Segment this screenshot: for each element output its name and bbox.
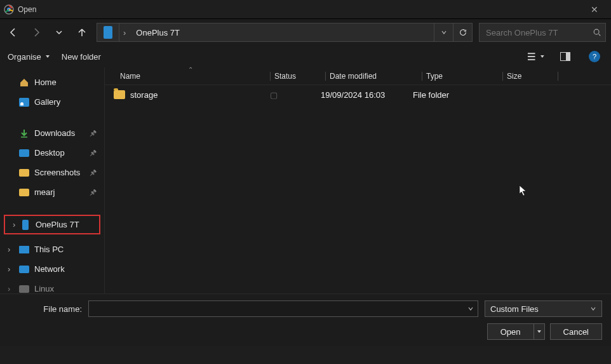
- column-headers: Name⌃ Status Date modified Type Size: [105, 67, 611, 85]
- new-folder-button[interactable]: New folder: [62, 52, 101, 62]
- file-row[interactable]: storage ▢ 19/09/2024 16:03 File folder: [105, 85, 611, 104]
- sidebar-item-desktop[interactable]: Desktop: [0, 143, 104, 163]
- chevron-down-icon: [590, 306, 596, 312]
- address-dropdown[interactable]: [434, 24, 453, 41]
- filename-label: File name:: [9, 304, 82, 314]
- sidebar-item-linux[interactable]: Linux: [0, 279, 104, 293]
- sidebar-label: Linux: [34, 284, 54, 293]
- view-button[interactable]: [527, 49, 545, 64]
- sidebar-item-mearj[interactable]: mearj: [0, 182, 104, 202]
- sidebar-item-home[interactable]: Home: [0, 72, 104, 92]
- filename-input[interactable]: [88, 300, 478, 317]
- open-button-split: Open: [487, 323, 545, 340]
- svg-rect-4: [528, 56, 535, 57]
- sidebar-label: Gallery: [34, 97, 60, 107]
- pc-icon: [19, 245, 29, 255]
- new-folder-label: New folder: [62, 52, 101, 62]
- file-date: 19/09/2024 16:03: [321, 90, 413, 100]
- help-button[interactable]: ?: [586, 49, 603, 64]
- organise-label: Organise: [8, 52, 41, 62]
- sidebar-label: mearj: [34, 187, 55, 197]
- window-title: Open: [18, 5, 582, 14]
- sidebar-item-downloads[interactable]: Downloads: [0, 123, 104, 143]
- sidebar-label: Screenshots: [34, 168, 80, 177]
- forward-button[interactable]: [28, 24, 44, 41]
- file-status: ▢: [270, 90, 321, 100]
- footer: File name: Custom Files Open Cancel: [0, 293, 611, 346]
- download-icon: [19, 128, 29, 138]
- col-size[interactable]: Size: [507, 72, 558, 81]
- sidebar-label: Desktop: [34, 148, 65, 158]
- sidebar-label: Network: [34, 264, 65, 274]
- open-dropdown[interactable]: [534, 323, 545, 340]
- device-icon: [20, 220, 30, 230]
- address-segment-chevron[interactable]: ›: [119, 28, 130, 37]
- chrome-icon: [4, 4, 14, 15]
- desktop-icon: [19, 148, 29, 158]
- address-path[interactable]: OnePlus 7T: [130, 28, 434, 37]
- col-name[interactable]: Name⌃: [111, 72, 270, 81]
- cancel-button[interactable]: Cancel: [550, 323, 602, 340]
- file-type: File folder: [413, 90, 489, 100]
- folder-icon: [19, 168, 29, 178]
- folder-icon: [19, 187, 29, 198]
- svg-rect-8: [21, 137, 27, 138]
- open-button[interactable]: Open: [487, 323, 534, 340]
- sort-indicator: ⌃: [188, 66, 193, 73]
- nav-row: › OnePlus 7T: [0, 19, 611, 46]
- svg-rect-3: [528, 53, 535, 54]
- address-device-chip[interactable]: [97, 24, 119, 41]
- sidebar-label: OnePlus 7T: [36, 220, 79, 229]
- file-name: storage: [130, 90, 158, 100]
- sidebar: Home Gallery Downloads Desktop Screensho…: [0, 67, 105, 293]
- sidebar-label: Downloads: [34, 128, 75, 138]
- col-status[interactable]: Status: [274, 72, 325, 81]
- address-bar[interactable]: › OnePlus 7T: [97, 23, 473, 42]
- refresh-button[interactable]: [453, 24, 472, 41]
- folder-icon: [114, 90, 125, 99]
- cursor-icon: [519, 185, 528, 196]
- filetype-select[interactable]: Custom Files: [485, 300, 602, 317]
- folder-icon: [19, 284, 29, 294]
- network-icon: [19, 264, 29, 274]
- search-input[interactable]: [486, 28, 593, 37]
- search-box[interactable]: [479, 23, 606, 42]
- col-date[interactable]: Date modified: [330, 72, 422, 81]
- toolbar: Organise New folder ?: [0, 46, 611, 67]
- sidebar-label: This PC: [34, 245, 64, 254]
- titlebar: Open ✕: [0, 0, 611, 19]
- sidebar-item-network[interactable]: Network: [0, 259, 104, 279]
- search-icon: [593, 28, 601, 37]
- sidebar-item-screenshots[interactable]: Screenshots: [0, 163, 104, 182]
- sidebar-item-oneplus[interactable]: OnePlus 7T: [4, 215, 100, 234]
- sidebar-label: Home: [34, 78, 57, 87]
- preview-pane-button[interactable]: [556, 49, 574, 64]
- device-icon: [104, 26, 112, 39]
- file-list: Name⌃ Status Date modified Type Size sto…: [105, 67, 611, 293]
- svg-rect-5: [528, 59, 535, 60]
- back-button[interactable]: [5, 24, 22, 41]
- recent-dropdown[interactable]: [51, 24, 67, 41]
- col-type[interactable]: Type: [426, 72, 502, 81]
- filetype-label: Custom Files: [490, 304, 539, 314]
- svg-point-2: [594, 29, 599, 34]
- body: Home Gallery Downloads Desktop Screensho…: [0, 67, 611, 293]
- gallery-icon: [19, 97, 29, 107]
- close-button[interactable]: ✕: [582, 4, 607, 15]
- sidebar-item-thispc[interactable]: This PC: [0, 239, 104, 259]
- sidebar-item-gallery[interactable]: Gallery: [0, 92, 104, 112]
- svg-rect-7: [566, 53, 570, 60]
- organise-button[interactable]: Organise: [8, 52, 50, 62]
- filename-dropdown[interactable]: [467, 306, 474, 312]
- up-button[interactable]: [74, 24, 90, 41]
- home-icon: [19, 78, 29, 88]
